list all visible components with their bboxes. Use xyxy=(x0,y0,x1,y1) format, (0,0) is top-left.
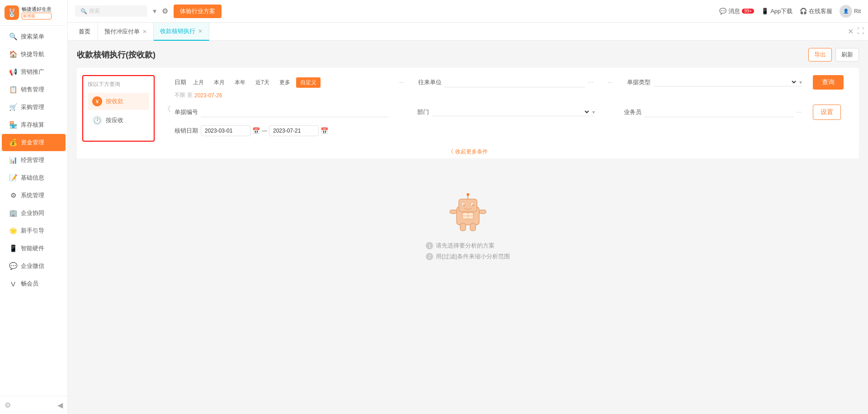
inventory-icon: 🏪 xyxy=(9,121,17,129)
date-pill-more[interactable]: 更多 xyxy=(275,77,294,88)
filter-bill-no-cell: 单据编号 xyxy=(175,107,388,117)
receipt-option-label: 按收款 xyxy=(106,97,123,105)
tab-expand-icon[interactable]: ⛶ xyxy=(857,27,864,36)
export-btn[interactable]: 导出 xyxy=(808,48,832,62)
filter-option-by-receipt[interactable]: ¥ 按收款 xyxy=(88,93,149,110)
tab-receipt[interactable]: 收款核销执行 ✕ xyxy=(154,23,209,41)
verify-start-cal-icon[interactable]: 📅 xyxy=(252,127,260,134)
date-pill-this-month[interactable]: 本月 xyxy=(210,77,229,88)
counterparty-input[interactable] xyxy=(444,77,585,87)
filter-option-by-receivable[interactable]: 🕐 按应收 xyxy=(88,112,149,129)
date-pill-last-month[interactable]: 上月 xyxy=(189,77,208,88)
sidebar-item-sales[interactable]: 📋 销售管理 xyxy=(2,81,66,98)
app-icon: 📱 xyxy=(761,8,769,14)
svg-point-4 xyxy=(463,204,465,206)
sidebar-item-basic[interactable]: 📝 基础信息 xyxy=(2,169,66,186)
tab-prepay-close[interactable]: ✕ xyxy=(142,29,147,35)
tip-num-2: 2 xyxy=(426,253,433,260)
filter-left-title: 按以下方查询 xyxy=(88,81,149,88)
sidebar-item-inventory[interactable]: 🏪 库存核算 xyxy=(2,116,66,133)
topbar-search-box[interactable]: 🔍 搜索 xyxy=(75,5,147,17)
staff-dots-icon[interactable]: ··· xyxy=(796,108,802,116)
staff-input[interactable] xyxy=(644,107,794,117)
refresh-btn[interactable]: 刷新 xyxy=(835,48,859,62)
date-pill-7days[interactable]: 近7天 xyxy=(251,77,274,88)
svg-rect-8 xyxy=(450,210,457,214)
tab-home[interactable]: 首页 xyxy=(71,23,98,41)
tab-receipt-close[interactable]: ✕ xyxy=(198,28,203,34)
sidebar-item-label: 企业微信 xyxy=(21,262,44,270)
date-pill-this-year[interactable]: 本年 xyxy=(231,77,250,88)
empty-icon xyxy=(445,191,491,236)
topbar: 🔍 搜索 ▾ ⚙ 体验行业方案 💬 消息 99+ 📱 App下载 🎧 在线客服 … xyxy=(68,0,868,23)
sidebar-item-finance[interactable]: 💰 资金管理 xyxy=(2,134,66,151)
sidebar-item-search[interactable]: 🔍 搜索菜单 xyxy=(2,28,66,45)
bill-type-label: 单据类型 xyxy=(627,78,651,86)
topbar-dropdown-icon[interactable]: ▾ xyxy=(153,7,156,15)
tip-num-1: 1 xyxy=(426,242,433,249)
finance-icon: 💰 xyxy=(9,138,17,147)
message-btn[interactable]: 💬 消息 99+ xyxy=(719,7,754,15)
app-download-btn[interactable]: 📱 App下载 xyxy=(761,7,793,15)
collapse-more-btn[interactable]: 《 收起更多条件 xyxy=(77,145,859,158)
sidebar-item-label: 系统管理 xyxy=(21,191,44,200)
date-no-limit-text: 不限 xyxy=(175,91,185,99)
verify-end-cal-icon[interactable]: 📅 xyxy=(321,127,328,134)
member-icon: V xyxy=(9,280,17,288)
tab-close-all-icon[interactable]: ✕ xyxy=(848,27,854,36)
topbar-gear-icon[interactable]: ⚙ xyxy=(162,7,168,15)
empty-state: 1 请先选择要分析的方案 2 用[过滤]条件来缩小分析范围 xyxy=(77,164,859,281)
sidebar-item-enterprise[interactable]: 🏢 企业协同 xyxy=(2,205,66,222)
sidebar-item-label: 智能硬件 xyxy=(21,244,44,252)
sidebar-item-marketing[interactable]: 📢 营销推广 xyxy=(2,63,66,81)
date-pill-custom[interactable]: 自定义 xyxy=(296,77,321,88)
tip-text-1: 请先选择要分析的方案 xyxy=(436,242,495,250)
user-info[interactable]: 👤 Rit xyxy=(840,5,861,18)
collapse-sidebar-icon[interactable]: ◀ xyxy=(57,401,63,409)
sidebar: 🐰 畅捷通好生意 标准版 🔍 搜索菜单 🏠 快捷导航 📢 营销推广 📋 销售管理… xyxy=(0,0,68,414)
message-icon: 💬 xyxy=(719,8,726,14)
verify-date-range: 📅 — 📅 xyxy=(201,125,854,136)
verify-end-input[interactable] xyxy=(269,125,319,136)
sidebar-item-quick-nav[interactable]: 🏠 快捷导航 xyxy=(2,46,66,63)
sidebar-bottom: ⚙ ◀ xyxy=(0,396,67,414)
service-btn[interactable]: 🎧 在线客服 xyxy=(800,7,832,15)
collapse-arrow[interactable]: 《 xyxy=(164,75,171,142)
enterprise-icon: 🏢 xyxy=(9,209,17,217)
sidebar-item-wechat[interactable]: 💬 企业微信 xyxy=(2,257,66,275)
settings-bottom-icon[interactable]: ⚙ xyxy=(5,401,11,409)
sidebar-item-system[interactable]: ⚙ 系统管理 xyxy=(2,187,66,204)
staff-content: ··· xyxy=(644,107,802,117)
receipt-option-icon: ¥ xyxy=(92,96,102,106)
filter-bill-type-cell: 单据类型 ▾ xyxy=(627,78,802,86)
sidebar-item-purchase[interactable]: 🛒 采购管理 xyxy=(2,99,66,116)
bill-no-input[interactable] xyxy=(201,107,388,117)
sidebar-item-guide[interactable]: 🌟 新手引导 xyxy=(2,222,66,239)
bill-type-chevron: ▾ xyxy=(799,79,802,86)
sidebar-item-member[interactable]: V 畅会员 xyxy=(2,275,66,292)
sidebar-item-operations[interactable]: 📊 经营管理 xyxy=(2,152,66,169)
logo-icon: 🐰 xyxy=(5,5,19,20)
filter-panel: 按以下方查询 ¥ 按收款 🕐 按应收 《 xyxy=(82,75,854,142)
dept-chevron: ▾ xyxy=(592,109,595,115)
empty-tips: 1 请先选择要分析的方案 2 用[过滤]条件来缩小分析范围 xyxy=(426,242,509,263)
spacer1: ··· xyxy=(608,79,612,86)
tab-prepay[interactable]: 预付冲应付单 ✕ xyxy=(98,23,154,41)
verify-start-input[interactable] xyxy=(201,125,250,136)
dept-select[interactable] xyxy=(432,108,591,116)
content-area: 收款核销执行(按收款) 导出 刷新 按以下方查询 ¥ 按收款 🕐 按应收 xyxy=(68,41,868,414)
settings-btn[interactable]: 设置 xyxy=(813,105,841,120)
page-title: 收款核销执行(按收款) xyxy=(77,49,156,60)
tab-prepay-label: 预付冲应付单 xyxy=(104,28,140,36)
user-name: Rit xyxy=(854,8,861,14)
collapse-more-icon: 《 xyxy=(448,148,453,156)
home-icon: 🏠 xyxy=(9,50,17,58)
counterparty-dots-icon[interactable]: ··· xyxy=(587,78,593,86)
sidebar-item-hardware[interactable]: 📱 智能硬件 xyxy=(2,240,66,257)
industry-btn[interactable]: 体验行业方案 xyxy=(174,5,222,18)
sidebar-item-label: 搜索菜单 xyxy=(21,33,44,41)
tab-receipt-label: 收款核销执行 xyxy=(160,27,195,35)
query-btn[interactable]: 查询 xyxy=(813,75,844,90)
robot-svg xyxy=(445,191,491,236)
bill-type-select[interactable] xyxy=(653,78,797,86)
